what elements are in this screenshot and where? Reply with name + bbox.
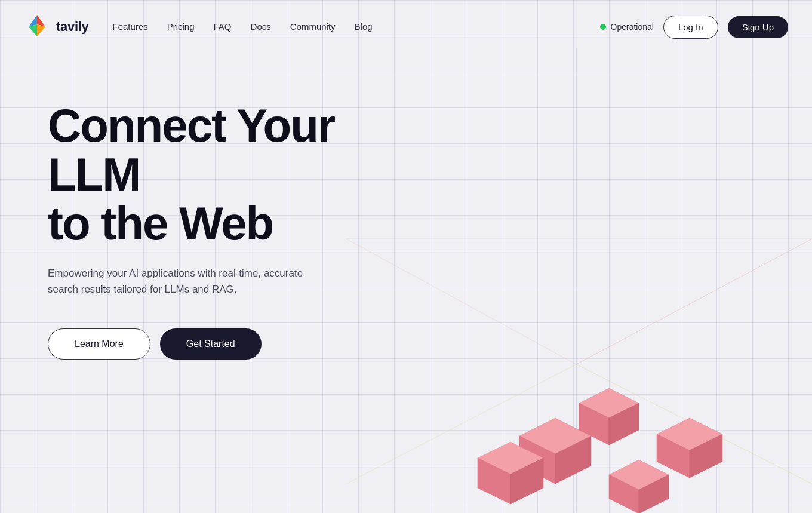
login-button[interactable]: Log In <box>663 16 718 39</box>
nav-features[interactable]: Features <box>112 21 147 32</box>
hero-section: Connect Your LLM to the Web Empowering y… <box>0 54 812 360</box>
learn-more-button[interactable]: Learn More <box>48 328 150 360</box>
hero-subtitle: Empowering your AI applications with rea… <box>48 265 304 297</box>
nav-right: Operational Log In Sign Up <box>600 16 788 39</box>
nav-docs[interactable]: Docs <box>251 21 271 32</box>
nav-community[interactable]: Community <box>290 21 336 32</box>
nav-left: tavily Features Pricing FAQ Docs Communi… <box>24 14 373 40</box>
signup-button[interactable]: Sign Up <box>728 16 788 38</box>
logo-link[interactable]: tavily <box>24 14 88 40</box>
nav-blog[interactable]: Blog <box>355 21 373 32</box>
hero-title: Connect Your LLM to the Web <box>48 102 436 248</box>
logo-text: tavily <box>56 19 88 35</box>
navbar: tavily Features Pricing FAQ Docs Communi… <box>0 0 812 54</box>
get-started-button[interactable]: Get Started <box>160 328 262 360</box>
status-indicator: Operational <box>600 22 654 32</box>
nav-links: Features Pricing FAQ Docs Community Blog <box>112 21 372 32</box>
nav-faq[interactable]: FAQ <box>214 21 232 32</box>
hero-buttons: Learn More Get Started <box>48 328 764 360</box>
status-text: Operational <box>611 22 654 32</box>
status-dot <box>600 24 606 30</box>
logo-icon <box>24 14 50 40</box>
nav-pricing[interactable]: Pricing <box>167 21 195 32</box>
